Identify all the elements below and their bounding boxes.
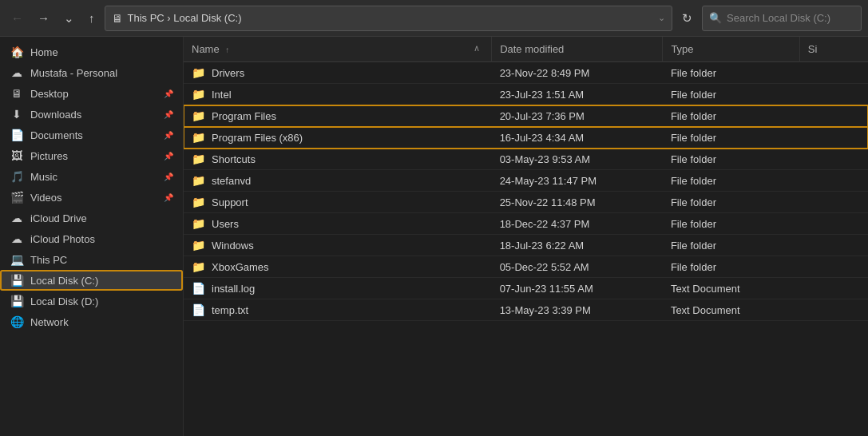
sidebar-item-videos[interactable]: 🎬Videos📌 xyxy=(0,187,183,208)
file-type: File folder xyxy=(663,256,799,278)
sidebar-item-this-pc[interactable]: 💻This PC xyxy=(0,249,183,270)
sidebar-item-pictures[interactable]: 🖼Pictures📌 xyxy=(0,145,183,166)
file-name-label: Drivers xyxy=(212,67,244,79)
local-disk-d-label: Local Disk (D:) xyxy=(30,295,173,307)
file-type: File folder xyxy=(663,105,799,127)
sidebar-item-desktop[interactable]: 🖥Desktop📌 xyxy=(0,83,183,104)
forward-button[interactable]: → xyxy=(33,8,54,28)
folder-icon: 📁 xyxy=(192,239,205,252)
sidebar-item-music[interactable]: 🎵Music📌 xyxy=(0,166,183,187)
sidebar-item-home[interactable]: 🏠Home xyxy=(0,42,183,62)
sidebar-item-mustafa[interactable]: ☁Mustafa - Personal xyxy=(0,62,183,83)
address-chevron-icon: ⌄ xyxy=(658,13,665,23)
sidebar-item-local-disk-d[interactable]: 💾Local Disk (D:) xyxy=(0,291,183,311)
sidebar-item-local-disk-c[interactable]: 💾Local Disk (C:) xyxy=(0,270,183,291)
mustafa-icon: ☁ xyxy=(10,66,24,79)
network-label: Network xyxy=(30,316,173,328)
file-name-label: stefanvd xyxy=(212,175,251,187)
file-name-cell-7: 📁Users xyxy=(184,213,492,235)
table-row[interactable]: 📁Windows18-Jul-23 6:22 AMFile folder xyxy=(184,235,868,256)
toolbar: ← → ⌄ ↑ 🖥 This PC › Local Disk (C:) ⌄ ↻ … xyxy=(0,0,868,37)
folder-icon: 📁 xyxy=(192,217,205,230)
column-header-name[interactable]: ∧ Name ↑ xyxy=(184,37,492,62)
file-type: File folder xyxy=(663,84,799,105)
file-name-label: Windows xyxy=(212,240,254,252)
table-row[interactable]: 📄temp.txt13-May-23 3:39 PMText Document xyxy=(184,299,868,321)
desktop-icon: 🖥 xyxy=(10,87,24,100)
pin-icon: 📌 xyxy=(164,131,173,140)
search-input[interactable] xyxy=(727,12,861,24)
column-header-date[interactable]: Date modified xyxy=(492,37,663,62)
documents-label: Documents xyxy=(30,129,157,141)
file-name-cell-4: 📁Shortcuts xyxy=(184,149,492,170)
column-header-size[interactable]: Si xyxy=(799,37,868,62)
sidebar-item-network[interactable]: 🌐Network xyxy=(0,311,183,332)
search-icon: 🔍 xyxy=(709,12,722,24)
downloads-label: Downloads xyxy=(30,109,157,121)
this-pc-label: This PC xyxy=(30,254,173,266)
file-name-cell-1: 📁Intel xyxy=(184,84,492,105)
table-row[interactable]: 📁XboxGames05-Dec-22 5:52 AMFile folder xyxy=(184,256,868,278)
icloud-drive-icon: ☁ xyxy=(10,212,24,224)
sidebar-item-documents[interactable]: 📄Documents📌 xyxy=(0,125,183,145)
pin-icon: 📌 xyxy=(164,193,173,202)
file-table: ∧ Name ↑ Date modified Type Si 📁Drivers2… xyxy=(184,37,868,321)
table-row[interactable]: 📁Intel23-Jul-23 1:51 AMFile folder xyxy=(184,84,868,105)
back-button[interactable]: ← xyxy=(6,8,28,28)
sidebar-item-downloads[interactable]: ⬇Downloads📌 xyxy=(0,104,183,125)
icloud-photos-icon: ☁ xyxy=(10,232,24,245)
file-type: File folder xyxy=(663,149,799,170)
up-button[interactable]: ↑ xyxy=(84,8,100,28)
table-row[interactable]: 📁Program Files (x86)16-Jul-23 4:34 AMFil… xyxy=(184,127,868,149)
file-date: 03-May-23 9:53 AM xyxy=(492,149,663,170)
file-size xyxy=(799,84,868,105)
collapse-toggle[interactable]: ∧ xyxy=(474,43,480,54)
file-size xyxy=(799,299,868,321)
table-row[interactable]: 📄install.log07-Jun-23 11:55 AMText Docum… xyxy=(184,278,868,299)
file-name-cell-8: 📁Windows xyxy=(184,235,492,256)
file-name-label: Program Files xyxy=(212,110,276,122)
file-name-cell-5: 📁stefanvd xyxy=(184,170,492,192)
table-row[interactable]: 📁Program Files20-Jul-23 7:36 PMFile fold… xyxy=(184,105,868,127)
table-row[interactable]: 📁stefanvd24-May-23 11:47 PMFile folder xyxy=(184,170,868,192)
home-label: Home xyxy=(30,46,173,58)
file-name-label: Support xyxy=(212,196,248,208)
network-icon: 🌐 xyxy=(10,315,24,328)
sidebar: 🏠Home☁Mustafa - Personal🖥Desktop📌⬇Downlo… xyxy=(0,37,184,436)
table-row[interactable]: 📁Support25-Nov-22 11:48 PMFile folder xyxy=(184,192,868,213)
sidebar-item-icloud-photos[interactable]: ☁iCloud Photos xyxy=(0,228,183,249)
address-bar[interactable]: 🖥 This PC › Local Disk (C:) ⌄ xyxy=(105,6,673,31)
local-disk-c-icon: 💾 xyxy=(10,274,24,287)
local-disk-c-label: Local Disk (C:) xyxy=(30,275,173,287)
file-name-label: temp.txt xyxy=(212,304,248,316)
file-area: ∧ Name ↑ Date modified Type Si 📁Drivers2… xyxy=(184,37,868,436)
this-pc-icon: 💻 xyxy=(10,253,24,266)
file-date: 18-Dec-22 4:37 PM xyxy=(492,213,663,235)
file-date: 24-May-23 11:47 PM xyxy=(492,170,663,192)
desktop-label: Desktop xyxy=(30,88,157,100)
sidebar-item-icloud-drive[interactable]: ☁iCloud Drive xyxy=(0,208,183,228)
home-icon: 🏠 xyxy=(10,46,24,58)
table-row[interactable]: 📁Users18-Dec-22 4:37 PMFile folder xyxy=(184,213,868,235)
column-header-type[interactable]: Type xyxy=(663,37,799,62)
file-size xyxy=(799,213,868,235)
file-size xyxy=(799,170,868,192)
file-size xyxy=(799,278,868,299)
pin-icon: 📌 xyxy=(164,152,173,161)
file-size xyxy=(799,62,868,84)
table-row[interactable]: 📁Shortcuts03-May-23 9:53 AMFile folder xyxy=(184,149,868,170)
table-row[interactable]: 📁Drivers23-Nov-22 8:49 PMFile folder xyxy=(184,62,868,84)
file-date: 05-Dec-22 5:52 AM xyxy=(492,256,663,278)
dropdown-button[interactable]: ⌄ xyxy=(59,8,79,29)
file-icon: 📄 xyxy=(192,303,205,316)
file-name-label: XboxGames xyxy=(212,261,269,273)
search-bar[interactable]: 🔍 xyxy=(702,6,862,31)
file-list: 📁Drivers23-Nov-22 8:49 PMFile folder📁Int… xyxy=(184,62,868,321)
videos-label: Videos xyxy=(30,192,157,204)
local-disk-d-icon: 💾 xyxy=(10,295,24,307)
refresh-button[interactable]: ↻ xyxy=(677,8,697,29)
file-type: File folder xyxy=(663,170,799,192)
file-date: 25-Nov-22 11:48 PM xyxy=(492,192,663,213)
table-header: ∧ Name ↑ Date modified Type Si xyxy=(184,37,868,62)
file-icon: 📄 xyxy=(192,282,205,295)
